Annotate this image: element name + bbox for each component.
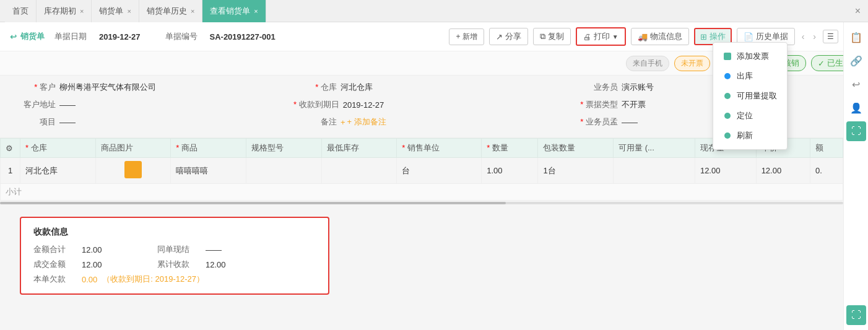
right-sidebar: 📋 🔗 ↩ 👤 ⛶ ⛶ xyxy=(843,22,868,330)
doc-title-label: 销货单 xyxy=(20,31,45,42)
from-phone-badge[interactable]: 来自手机 xyxy=(626,56,669,71)
share-button[interactable]: ↗ 分享 xyxy=(489,28,528,45)
add-note-button[interactable]: + + 添加备注 xyxy=(341,116,386,128)
td-stock: 12.00 xyxy=(695,158,756,184)
th-settings: ⚙ xyxy=(1,139,20,158)
close-all-tabs[interactable]: × xyxy=(855,6,861,17)
subtotal-row: 小计 xyxy=(1,184,843,201)
due-date-value: 2019-12-27 xyxy=(343,100,575,110)
td-product: 嘻嘻嘻嘻 xyxy=(171,158,246,184)
scrollbar-thumb xyxy=(0,202,506,204)
tab-sales-order-close[interactable]: × xyxy=(127,7,131,15)
payment-cumulative-label: 累计收款 xyxy=(157,259,201,270)
operate-icon: ⊞ xyxy=(700,32,707,41)
customer-label: 客户 xyxy=(12,82,56,93)
td-amount: 0. xyxy=(810,158,843,184)
td-available xyxy=(614,158,695,184)
tab-inventory-init[interactable]: 库存期初 × xyxy=(37,0,92,22)
subtotal-label: 小计 xyxy=(1,184,843,201)
not-open-badge[interactable]: 未开票 xyxy=(674,56,710,71)
td-warehouse: 河北仓库 xyxy=(20,158,96,184)
td-min-stock xyxy=(321,158,397,184)
payment-same-order-label: 同单现结 xyxy=(157,244,201,255)
th-unit: * 销售单位 xyxy=(397,139,482,158)
payment-cumulative-row: 累计收款 12.00 xyxy=(157,259,312,270)
view-list-btn[interactable]: ☰ xyxy=(823,30,838,43)
warehouse-field: 仓库 河北仓库 xyxy=(293,82,575,93)
add-note-icon: + xyxy=(341,118,345,127)
available-extract-icon xyxy=(723,92,732,100)
tab-bar: 首页 库存期初 × 销货单 × 销货单历史 × 查看销货单 × × xyxy=(0,0,868,22)
payment-title: 收款信息 xyxy=(33,227,316,238)
td-unit-price: 12.00 xyxy=(756,158,810,184)
doc-number-value: SA-20191227-001 xyxy=(210,32,276,41)
project-value: —— xyxy=(59,118,293,127)
sidebar-icon-user[interactable]: 👤 xyxy=(846,98,866,118)
salesperson-label: 业务员孟 xyxy=(575,116,618,128)
payment-box: 收款信息 金额合计 12.00 同单现结 —— 成交金额 12.00 累计收款 … xyxy=(20,217,329,295)
share-icon: ↗ xyxy=(496,32,503,41)
logistics-button[interactable]: 🚚 物流信息 xyxy=(631,28,689,45)
dropdown-item-refresh[interactable]: 刷新 xyxy=(713,126,787,145)
dropdown-item-locate[interactable]: 定位 xyxy=(713,106,787,126)
outbound-icon xyxy=(723,72,732,80)
outbound-label: 出库 xyxy=(737,71,753,82)
logistics-icon: 🚚 xyxy=(638,32,648,41)
tab-sales-order[interactable]: 销货单 × xyxy=(92,0,139,22)
project-field: 项目 —— xyxy=(12,116,293,128)
due-date-label: 收款到期日 xyxy=(293,99,339,110)
tab-home[interactable]: 首页 xyxy=(5,0,37,22)
sidebar-icon-link[interactable]: 🔗 xyxy=(846,51,866,71)
th-product-img: 商品图片 xyxy=(95,139,171,158)
dropdown-item-outbound[interactable]: 出库 xyxy=(713,66,787,86)
doc-date-value: 2019-12-27 xyxy=(99,32,141,41)
payment-same-order-value: —— xyxy=(206,245,222,254)
tab-view-sales-label: 查看销货单 xyxy=(210,6,250,17)
doc-date-label: 单据日期 xyxy=(54,31,87,42)
td-product-img xyxy=(95,158,171,184)
td-quantity: 1.00 xyxy=(482,158,538,184)
tab-sales-order-label: 销货单 xyxy=(99,6,123,17)
payment-section: 收款信息 金额合计 12.00 同单现结 —— 成交金额 12.00 累计收款 … xyxy=(0,204,868,307)
tab-view-sales-close[interactable]: × xyxy=(254,7,258,15)
customer-value: 柳州粤港平安气体有限公司 xyxy=(59,82,293,93)
tab-sales-history[interactable]: 销货单历史 × xyxy=(139,0,202,22)
refresh-label: 刷新 xyxy=(737,130,753,141)
th-spec: 规格型号 xyxy=(246,139,321,158)
payment-due-label: 本单欠款 xyxy=(33,274,77,285)
payment-total-row: 金额合计 12.00 xyxy=(33,244,157,255)
payment-total-value: 12.00 xyxy=(82,245,102,254)
table-scrollbar[interactable] xyxy=(0,202,843,204)
tab-inventory-init-close[interactable]: × xyxy=(80,7,84,15)
print-button[interactable]: 🖨 打印 ▼ xyxy=(576,27,626,46)
address-field: 客户地址 —— xyxy=(12,99,293,110)
due-date-field: 收款到期日 2019-12-27 xyxy=(293,99,575,110)
print-icon: 🖨 xyxy=(583,32,591,41)
payment-due-row: 本单欠款 0.00 （收款到期日: 2019-12-27） xyxy=(33,274,312,285)
td-no: 1 xyxy=(1,158,20,184)
sidebar-icon-chart[interactable]: ⛶ xyxy=(846,121,866,141)
project-label: 项目 xyxy=(12,116,56,128)
history-icon: 📄 xyxy=(744,32,753,41)
doc-meta: 单据日期 2019-12-27 单据编号 SA-20191227-001 xyxy=(54,31,439,42)
nav-prev[interactable]: ‹ xyxy=(800,32,807,41)
sidebar-icon-back[interactable]: ↩ xyxy=(846,74,866,94)
sidebar-icon-doc[interactable]: 📋 xyxy=(846,27,866,47)
copy-button[interactable]: ⧉ 复制 xyxy=(533,28,571,45)
dropdown-item-add-invoice[interactable]: 添加发票 xyxy=(713,46,787,66)
tab-view-sales[interactable]: 查看销货单 × xyxy=(202,0,266,22)
payment-cumulative-value: 12.00 xyxy=(206,260,226,269)
address-value: —— xyxy=(59,100,293,110)
sidebar-icon-expand[interactable]: ⛶ xyxy=(846,305,866,325)
warehouse-label: 仓库 xyxy=(293,82,337,93)
doc-icon: ↩ xyxy=(10,32,17,41)
payment-transaction-label: 成交金额 xyxy=(33,259,77,270)
tab-home-label: 首页 xyxy=(12,6,28,17)
payment-transaction-row: 成交金额 12.00 xyxy=(33,259,157,270)
nav-next[interactable]: › xyxy=(811,32,818,41)
note-label: 备注 xyxy=(293,116,337,128)
dropdown-item-available-extract[interactable]: 可用量提取 xyxy=(713,86,787,106)
tab-sales-history-close[interactable]: × xyxy=(191,7,194,15)
new-button[interactable]: + 新增 xyxy=(449,28,484,45)
add-invoice-label: 添加发票 xyxy=(737,51,769,62)
